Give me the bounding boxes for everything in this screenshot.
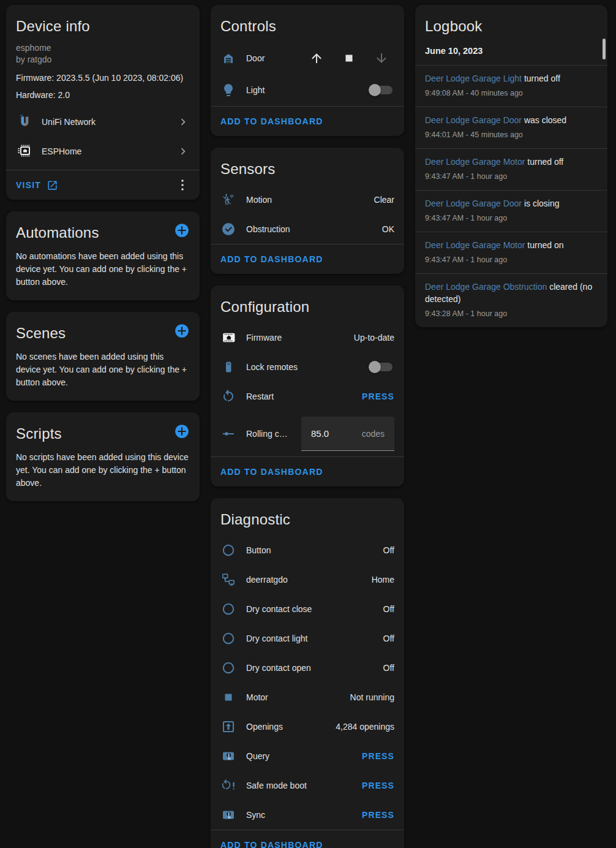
safe-mode-boot-press-button[interactable]: PRESS: [362, 781, 394, 790]
logbook-message: Deer Lodge Garage Motor turned off: [425, 156, 594, 168]
circle-outline-icon: [220, 630, 236, 646]
plus-circle-icon: [174, 423, 190, 439]
left-column: Device info esphome by ratgdo Firmware: …: [6, 5, 200, 501]
right-column: Logbook June 10, 2023 Deer Lodge Garage …: [415, 5, 607, 327]
connection-label: UniFi Network: [42, 117, 168, 127]
diagnostic-row-button[interactable]: Button Off: [211, 536, 404, 565]
logbook-message: Deer Lodge Garage Motor turned on: [425, 239, 594, 251]
logbook-entry: Deer Lodge Garage Door is closing 9:43:4…: [415, 190, 607, 232]
square-icon: [220, 689, 236, 705]
light-label: Light: [246, 85, 359, 95]
sensors-footer: ADD TO DASHBOARD: [211, 244, 404, 274]
chevron-right-icon: [176, 115, 190, 129]
motion-label: Motion: [246, 195, 364, 205]
rolling-code-unit: codes: [362, 429, 385, 439]
add-to-dashboard-button[interactable]: ADD TO DASHBOARD: [220, 116, 323, 126]
add-script-button[interactable]: [174, 423, 190, 439]
logbook-entry: Deer Lodge Garage Obstruction cleared (n…: [415, 273, 607, 327]
rolling-code-field: codes: [301, 417, 394, 451]
add-to-dashboard-button[interactable]: ADD TO DASHBOARD: [220, 467, 323, 477]
connection-row-esphome[interactable]: ESPHome: [6, 137, 200, 166]
scripts-header: Scripts: [6, 412, 200, 450]
motion-value: Clear: [374, 195, 394, 205]
device-info-footer: VISIT: [6, 170, 200, 200]
diagnostic-title: Diagnostic: [211, 498, 404, 536]
rolling-code-input[interactable]: [311, 428, 356, 439]
arrow-down-icon: [374, 51, 389, 66]
add-automation-button[interactable]: [174, 222, 190, 238]
door-stop-button[interactable]: [342, 51, 356, 66]
logbook-entity-link[interactable]: Deer Lodge Garage Obstruction: [425, 282, 547, 292]
lock-remotes-toggle[interactable]: [369, 361, 393, 373]
connection-row-unifi[interactable]: UniFi Network: [6, 107, 200, 137]
automations-title: Automations: [6, 211, 99, 249]
diagnostic-row-dry-contact-light[interactable]: Dry contact light Off: [211, 624, 404, 653]
controls-title: Controls: [211, 5, 404, 42]
logbook-entity-link[interactable]: Deer Lodge Garage Door: [425, 199, 522, 208]
door-close-button[interactable]: [374, 51, 389, 66]
logbook-entity-link[interactable]: Deer Lodge Garage Light: [425, 74, 522, 83]
device-name: esphome: [6, 42, 200, 54]
diagnostic-row-openings[interactable]: Openings 4,284 openings: [211, 712, 404, 741]
diagnostic-card: Diagnostic Button Off: [211, 498, 404, 848]
logbook-message: Deer Lodge Garage Door is closing: [425, 197, 594, 210]
plus-circle-icon: [174, 323, 190, 339]
scenes-empty-text: No scenes have been added using this dev…: [6, 349, 200, 401]
sync-press-button[interactable]: PRESS: [362, 810, 394, 820]
obstruction-value: OK: [382, 224, 394, 234]
gesture-tap-button-icon: [220, 807, 236, 823]
diagnostic-row-sync: Sync PRESS: [211, 800, 404, 830]
logbook-entity-link[interactable]: Deer Lodge Garage Motor: [425, 157, 525, 167]
logbook-event-text: turned off: [527, 157, 563, 167]
lightbulb-icon: [220, 82, 236, 98]
logbook-event-text: turned off: [524, 74, 560, 83]
logbook-timestamp: 9:49:08 AM - 40 minutes ago: [425, 87, 594, 99]
motion-sensor-row[interactable]: Motion Clear: [211, 185, 404, 214]
door-buttons: [309, 51, 394, 66]
device-hardware-line: Hardware: 2.0: [6, 90, 200, 100]
door-open-button[interactable]: [309, 51, 324, 66]
motion-sensor-icon: [220, 192, 236, 208]
obstruction-label: Obstruction: [246, 224, 372, 234]
diagnostic-row-safe-mode-boot: Safe mode boot PRESS: [211, 771, 404, 800]
device-menu-button[interactable]: [175, 178, 190, 192]
logbook-scrollbar[interactable]: [603, 39, 606, 59]
connection-label: ESPHome: [42, 146, 168, 156]
logbook-entry: Deer Lodge Garage Motor turned off 9:43:…: [415, 148, 607, 190]
query-press-button[interactable]: PRESS: [362, 751, 394, 761]
configuration-footer: ADD TO DASHBOARD: [211, 456, 404, 486]
middle-column: Controls Door: [211, 5, 404, 848]
scenes-title: Scenes: [6, 312, 66, 349]
add-to-dashboard-button[interactable]: ADD TO DASHBOARD: [220, 254, 323, 264]
firmware-label: Firmware: [246, 333, 344, 343]
firmware-row[interactable]: Firmware Up-to-date: [211, 323, 404, 352]
logbook-message: Deer Lodge Garage Door was closed: [425, 114, 594, 126]
logbook-timestamp: 9:43:47 AM - 1 hour ago: [425, 254, 594, 266]
add-to-dashboard-button[interactable]: ADD TO DASHBOARD: [220, 840, 323, 848]
add-scene-button[interactable]: [174, 323, 190, 339]
diagnostic-row-query: Query PRESS: [211, 741, 404, 771]
scenes-card: Scenes No scenes have been added using t…: [6, 312, 200, 401]
logbook-message: Deer Lodge Garage Obstruction cleared (n…: [425, 281, 594, 305]
circle-outline-icon: [220, 601, 236, 617]
remote-icon: [220, 359, 236, 375]
light-toggle[interactable]: [369, 84, 393, 96]
stop-icon: [342, 51, 356, 66]
logbook-event-text: was closed: [524, 115, 566, 125]
diagnostic-row-motor[interactable]: Motor Not running: [211, 683, 404, 712]
configuration-title: Configuration: [211, 286, 404, 323]
restart-press-button[interactable]: PRESS: [362, 392, 394, 401]
circle-outline-icon: [220, 542, 236, 558]
visit-label: VISIT: [16, 180, 41, 190]
obstruction-sensor-row[interactable]: Obstruction OK: [211, 214, 404, 244]
logbook-card: Logbook June 10, 2023 Deer Lodge Garage …: [415, 5, 607, 327]
logbook-entity-link[interactable]: Deer Lodge Garage Motor: [425, 240, 525, 250]
logbook-entity-link[interactable]: Deer Lodge Garage Door: [425, 115, 522, 125]
device-firmware-line: Firmware: 2023.5.5 (Jun 10 2023, 08:02:0…: [6, 73, 200, 83]
visit-button[interactable]: VISIT: [16, 180, 58, 191]
rolling-code-label: Rolling co…: [246, 429, 291, 439]
diagnostic-row-dry-contact-open[interactable]: Dry contact open Off: [211, 653, 404, 683]
diagnostic-row-dry-contact-close[interactable]: Dry contact close Off: [211, 594, 404, 624]
scenes-header: Scenes: [6, 312, 200, 349]
diagnostic-row-deerratgdo[interactable]: deerratgdo Home: [211, 565, 404, 594]
